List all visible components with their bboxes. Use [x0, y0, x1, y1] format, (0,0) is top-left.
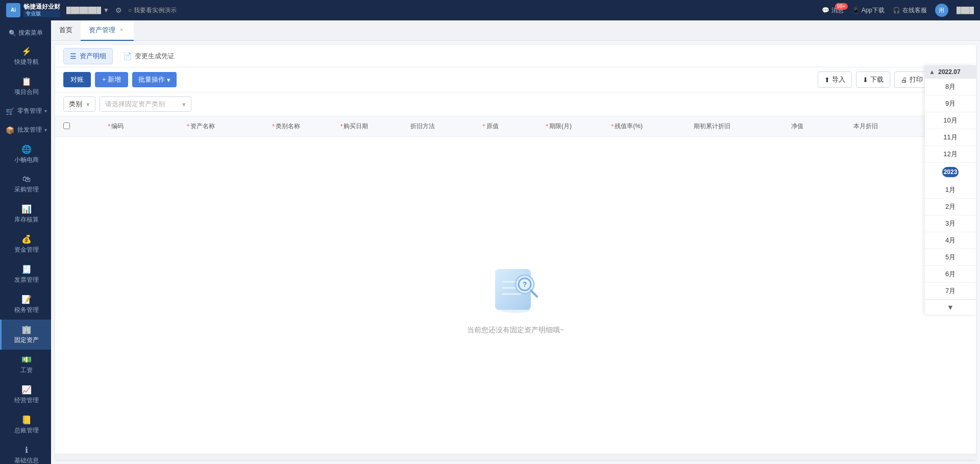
tab-asset-mgmt[interactable]: 资产管理 ×: [81, 20, 134, 41]
batch-ops-button[interactable]: 批量操作 ▾: [132, 72, 177, 87]
month-panel-up-arrow[interactable]: ▲: [929, 68, 935, 76]
salary-icon: 💵: [21, 355, 32, 364]
app-download-button[interactable]: 📱 App下载: [852, 6, 885, 15]
avatar-initials: 用: [939, 7, 944, 14]
sidebar-item-project-label: 项目合同: [14, 88, 39, 96]
sidebar-item-wholesale-label: 批发管理: [16, 126, 43, 134]
company-dropdown-icon: ▼: [103, 7, 109, 14]
sidebar: 🔍 搜索菜单 ⚡ 快捷导航 📋 项目合同 🛒 零售管理 ▾ 📦 批发管理 ▾ 🌐…: [0, 20, 51, 464]
th-monthly-depreciation: 本月折旧: [831, 122, 900, 131]
month-panel-down-arrow[interactable]: ▼: [947, 303, 954, 311]
print-button[interactable]: 🖨 打印: [894, 71, 929, 88]
add-new-button[interactable]: + 新增: [95, 72, 128, 87]
page-inner: ☰ 资产明细 📄 变更生成凭证 对账 + 新增: [55, 45, 976, 460]
sidebar-item-ecommerce[interactable]: 🌐 小畅电商: [0, 139, 51, 169]
th-code: * 编码: [82, 122, 150, 131]
sidebar-item-retail[interactable]: 🛒 零售管理 ▾: [0, 102, 51, 120]
demo-icon: ○: [128, 7, 132, 14]
invoice-icon: 🧾: [21, 264, 32, 274]
category-filter[interactable]: 类别 ▾: [63, 96, 95, 112]
sidebar-item-assets[interactable]: 🏢 固定资产: [0, 320, 51, 350]
company-selector[interactable]: ████████ ▼: [66, 7, 109, 14]
sidebar-item-tax[interactable]: 📝 税务管理: [0, 289, 51, 320]
message-button[interactable]: 💬 消息 99+: [822, 6, 844, 15]
tab-home[interactable]: 首页: [51, 20, 81, 41]
sidebar-item-basic[interactable]: ℹ 基础信息: [0, 440, 51, 464]
subtab-change-voucher-label: 变更生成凭证: [135, 52, 175, 61]
reconcile-button[interactable]: 对账: [63, 72, 91, 87]
reconcile-label: 对账: [70, 75, 84, 84]
app-brand: Ai 畅捷通好业财 专业版: [6, 3, 60, 17]
month-10[interactable]: 10月: [925, 112, 976, 129]
month-8[interactable]: 8月: [925, 79, 976, 95]
tab-asset-mgmt-label: 资产管理: [89, 26, 115, 35]
sidebar-item-inventory[interactable]: 📊 库存核算: [0, 199, 51, 229]
subtab-asset-detail[interactable]: ☰ 资产明细: [63, 48, 113, 64]
category-input[interactable]: 请选择固定资产类别 ▾: [100, 96, 191, 112]
th-category: * 类别名称: [252, 122, 321, 131]
voucher-icon: 📄: [123, 52, 132, 60]
batch-ops-label: 批量操作: [138, 75, 165, 84]
sidebar-item-finance[interactable]: 💰 资金管理: [0, 229, 51, 259]
sidebar-item-finance-label: 资金管理: [14, 246, 39, 254]
current-year-badge: 2023: [942, 167, 959, 178]
demo-link[interactable]: ○ 我要看实例演示: [128, 6, 177, 15]
month-6[interactable]: 6月: [925, 266, 976, 283]
month-4[interactable]: 4月: [925, 232, 976, 249]
sidebar-item-invoice[interactable]: 🧾 发票管理: [0, 259, 51, 289]
month-5[interactable]: 5月: [925, 249, 976, 266]
month-panel-footer: ▼: [925, 300, 976, 314]
sidebar-item-management[interactable]: 📈 经营管理: [0, 380, 51, 410]
sidebar-item-purchase-label: 采购管理: [14, 185, 39, 194]
sidebar-item-salary[interactable]: 💵 工资: [0, 350, 51, 380]
month-panel-header: ▲ 2022.07: [925, 65, 976, 79]
subtab-change-voucher[interactable]: 📄 变更生成凭证: [117, 48, 181, 64]
sidebar-item-assets-label: 固定资产: [14, 336, 39, 345]
month-3[interactable]: 3月: [925, 215, 976, 232]
month-7[interactable]: 7月: [925, 283, 976, 300]
app-download-label: App下载: [862, 6, 885, 15]
th-name: * 资产名称: [150, 122, 252, 131]
select-all-checkbox[interactable]: [63, 123, 70, 129]
tab-close-icon[interactable]: ×: [117, 26, 126, 34]
month-11[interactable]: 11月: [925, 129, 976, 146]
user-avatar[interactable]: 用: [935, 4, 948, 17]
sidebar-item-ledger[interactable]: 📒 总账管理: [0, 410, 51, 440]
month-9[interactable]: 9月: [925, 95, 976, 112]
month-2[interactable]: 2月: [925, 199, 976, 215]
sidebar-item-quicknav[interactable]: ⚡ 快捷导航: [0, 41, 51, 71]
svg-line-8: [531, 290, 537, 297]
headset-icon: 🎧: [893, 7, 900, 14]
online-service-button[interactable]: 🎧 在线客服: [893, 6, 927, 15]
month-1[interactable]: 1月: [925, 182, 976, 199]
tax-icon: 📝: [21, 295, 32, 304]
svg-text:?: ?: [523, 280, 527, 288]
download-button[interactable]: ⬇ 下载: [856, 71, 890, 88]
import-label: 导入: [832, 75, 845, 84]
sidebar-item-inventory-label: 库存核算: [14, 215, 39, 224]
download-label: 下载: [870, 75, 884, 84]
month-12[interactable]: 12月: [925, 146, 976, 163]
list-icon: ☰: [70, 52, 77, 60]
category-input-placeholder: 请选择固定资产类别: [105, 100, 165, 109]
brand-icon: Ai: [6, 3, 20, 17]
sidebar-search[interactable]: 🔍 搜索菜单: [0, 25, 51, 41]
toolbar: 对账 + 新增 批量操作 ▾ ⬆ 导入 ⬇: [55, 67, 976, 92]
ecommerce-icon: 🌐: [21, 144, 32, 154]
sidebar-item-project[interactable]: 📋 项目合同: [0, 71, 51, 102]
sidebar-item-retail-label: 零售管理: [16, 107, 43, 115]
th-checkbox[interactable]: [63, 123, 82, 131]
sidebar-item-wholesale[interactable]: 📦 批发管理 ▾: [0, 120, 51, 139]
bottom-scrollbar[interactable]: [55, 454, 976, 460]
demo-label: 我要看实例演示: [134, 6, 177, 15]
project-icon: 📋: [21, 77, 32, 86]
month-panel: ▲ 2022.07 8月 9月 10月 11月 12月: [925, 65, 976, 314]
message-badge: 99+: [835, 3, 848, 10]
assets-icon: 🏢: [21, 325, 32, 334]
print-label: 打印: [910, 75, 923, 84]
settings-icon[interactable]: ⚙: [115, 6, 122, 14]
user-name: ████: [957, 7, 974, 14]
import-button[interactable]: ⬆ 导入: [818, 71, 852, 88]
sidebar-item-purchase[interactable]: 🛍 采购管理: [0, 169, 51, 199]
th-original-value: * 原值: [456, 122, 525, 131]
